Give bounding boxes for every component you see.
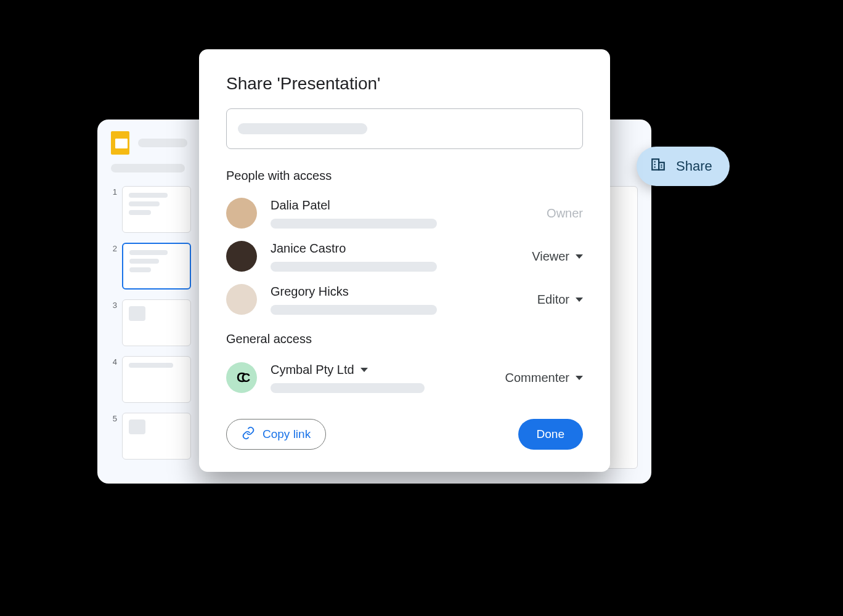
building-icon: [650, 156, 666, 176]
slide-thumbnail[interactable]: 3: [111, 299, 195, 346]
slide-thumbnail[interactable]: 2: [111, 243, 195, 290]
dialog-title: Share 'Presentation': [226, 74, 583, 94]
svg-rect-1: [659, 163, 664, 170]
org-avatar: ⅭC: [226, 362, 257, 393]
person-name: Dalia Patel: [271, 198, 533, 213]
general-access-row: ⅭC Cymbal Pty Ltd Commenter: [226, 355, 583, 400]
people-with-access-heading: People with access: [226, 169, 583, 183]
slide-thumbnail[interactable]: 5: [111, 413, 195, 460]
person-name: Gregory Hicks: [271, 285, 524, 299]
org-name: Cymbal Pty Ltd: [271, 363, 354, 377]
role-dropdown[interactable]: Viewer: [532, 249, 583, 264]
share-button-label: Share: [676, 158, 712, 174]
doc-title-placeholder: [138, 139, 187, 147]
avatar: [226, 284, 257, 315]
link-icon: [242, 426, 255, 443]
person-email-placeholder: [271, 305, 437, 315]
person-email-placeholder: [271, 262, 437, 272]
person-row: Janice Castro Viewer: [226, 235, 583, 278]
avatar: [226, 198, 257, 229]
done-label: Done: [537, 428, 564, 440]
share-dialog: Share 'Presentation' People with access …: [199, 49, 610, 472]
slide-number: 1: [111, 187, 117, 197]
slide-number: 2: [111, 244, 117, 253]
slide-thumbnail[interactable]: 1: [111, 186, 195, 233]
copy-link-label: Copy link: [263, 428, 311, 441]
role-dropdown[interactable]: Commenter: [505, 371, 583, 385]
person-email-placeholder: [271, 219, 437, 229]
add-people-input[interactable]: [226, 108, 583, 149]
svg-rect-0: [652, 159, 659, 169]
google-slides-logo-icon: [111, 131, 129, 155]
slide-thumbnail[interactable]: 4: [111, 356, 195, 403]
role-dropdown[interactable]: Editor: [537, 293, 583, 307]
input-placeholder: [238, 123, 367, 134]
general-access-heading: General access: [226, 332, 583, 346]
slide-number: 5: [111, 414, 117, 423]
org-subtext-placeholder: [271, 383, 425, 393]
person-name: Janice Castro: [271, 241, 518, 256]
share-button[interactable]: Share: [637, 147, 730, 186]
avatar: [226, 241, 257, 272]
chevron-down-icon: [576, 298, 583, 302]
copy-link-button[interactable]: Copy link: [226, 419, 326, 450]
chevron-down-icon: [576, 376, 583, 380]
slide-thumbnail-strip: 1 2 3 4 5: [111, 186, 195, 469]
chevron-down-icon: [360, 368, 368, 372]
org-scope-dropdown[interactable]: Cymbal Pty Ltd: [271, 363, 492, 377]
done-button[interactable]: Done: [518, 419, 583, 450]
chevron-down-icon: [576, 254, 583, 259]
org-initials: ⅭC: [237, 370, 246, 385]
person-row: Gregory Hicks Editor: [226, 278, 583, 321]
editor-toolbar-placeholder: [111, 164, 185, 172]
person-row: Dalia Patel Owner: [226, 192, 583, 235]
slide-number: 3: [111, 301, 117, 310]
role-label: Owner: [547, 206, 583, 221]
slide-number: 4: [111, 357, 117, 367]
